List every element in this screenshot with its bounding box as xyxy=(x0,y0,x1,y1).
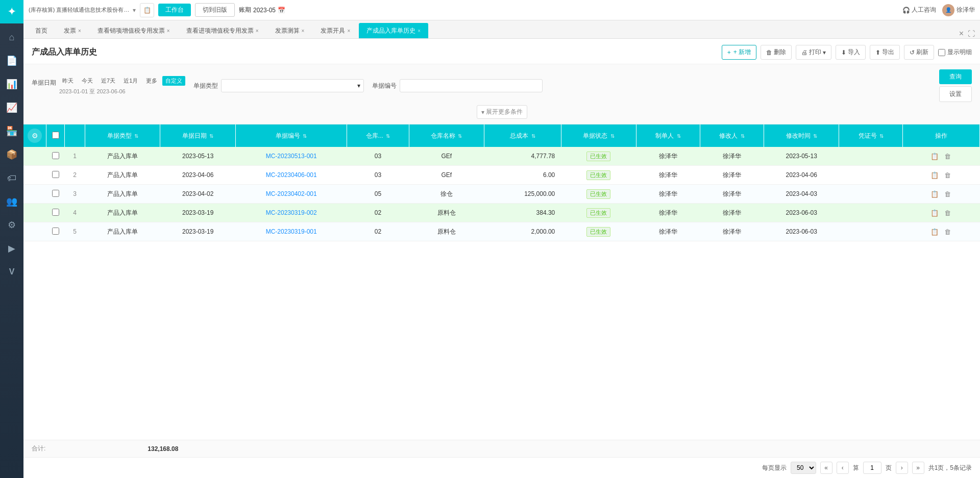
delete-button[interactable]: 🗑 删除 xyxy=(761,45,792,60)
close-all-icon[interactable]: × xyxy=(959,29,964,38)
col-number[interactable]: 单据编号 ⇅ xyxy=(235,124,347,147)
type-filter-select[interactable]: ▾ xyxy=(221,79,364,92)
table-settings-icon[interactable]: ⚙ xyxy=(28,129,42,143)
row-checkbox[interactable] xyxy=(46,185,65,204)
tab-sales-close[interactable]: × xyxy=(167,28,170,34)
tab-invoice-open[interactable]: 发票开具 × xyxy=(313,23,358,38)
tab-home[interactable]: 首页 xyxy=(28,23,55,38)
number-filter-input[interactable] xyxy=(400,79,543,92)
row-view-btn[interactable]: 📋 xyxy=(929,188,940,199)
doc-copy-btn[interactable]: 📋 xyxy=(140,3,154,17)
row-checkbox[interactable] xyxy=(46,222,65,241)
col-date[interactable]: 单据日期 ⇅ xyxy=(160,124,235,147)
show-details-toggle[interactable]: 显示明细 xyxy=(938,48,972,57)
sidebar-item-settings[interactable]: ⚙ xyxy=(0,213,23,237)
new-button[interactable]: + + 新增 xyxy=(722,45,756,60)
row-delete-btn[interactable]: 🗑 xyxy=(942,207,953,218)
sidebar-item-inventory[interactable]: 🏪 xyxy=(0,119,23,143)
show-details-checkbox[interactable] xyxy=(938,49,945,56)
prev-page-btn[interactable]: ‹ xyxy=(837,462,849,474)
col-warehouse-name[interactable]: 仓库名称 ⇅ xyxy=(409,124,484,147)
support-btn[interactable]: 🎧 人工咨询 xyxy=(902,6,936,14)
period-calendar-icon[interactable]: 📅 xyxy=(278,7,285,14)
table-footer: 合计: 132,168.08 xyxy=(23,440,980,457)
row-number[interactable]: MC-20230513-001 xyxy=(235,147,347,166)
last-page-btn[interactable]: » xyxy=(912,462,924,474)
sidebar-item-doc[interactable]: 📄 xyxy=(0,49,23,72)
refresh-button[interactable]: ↺ 刷新 xyxy=(904,45,934,60)
tab-purchase-label: 查看进项增值税专用发票 xyxy=(186,27,254,35)
query-button[interactable]: 查询 xyxy=(939,69,972,84)
row-view-btn[interactable]: 📋 xyxy=(929,226,940,237)
row-voucher xyxy=(839,185,903,204)
page-number-input[interactable] xyxy=(863,462,881,474)
tab-invoice[interactable]: 发票 × xyxy=(56,23,89,38)
row-view-btn[interactable]: 📋 xyxy=(929,207,940,218)
next-page-btn[interactable]: › xyxy=(896,462,908,474)
tab-product-inbound[interactable]: 产成品入库单历史 × xyxy=(359,23,428,38)
date-btn-1month[interactable]: 近1月 xyxy=(120,76,141,86)
import-button[interactable]: ⬇ 导入 xyxy=(836,45,866,60)
date-btn-7days[interactable]: 近7天 xyxy=(98,76,118,86)
user-menu[interactable]: 👤 徐泽华 xyxy=(942,4,975,16)
pagination: 每页显示 50 20 100 « ‹ 算 页 › » 共1页，5条记录 xyxy=(23,457,980,478)
col-modify-time[interactable]: 修改时间 ⇅ xyxy=(764,124,839,147)
row-delete-btn[interactable]: 🗑 xyxy=(942,226,953,237)
export-button[interactable]: ⬆ 导出 xyxy=(870,45,900,60)
col-checkbox[interactable] xyxy=(46,124,65,147)
col-voucher[interactable]: 凭证号 ⇅ xyxy=(839,124,903,147)
row-number[interactable]: MC-20230402-001 xyxy=(235,185,347,204)
app-logo[interactable]: ✦ xyxy=(0,0,23,23)
tab-view-purchase-tax[interactable]: 查看进项增值税专用发票 × xyxy=(179,23,266,38)
tab-invoice-close[interactable]: × xyxy=(78,28,81,34)
row-number[interactable]: MC-20230406-001 xyxy=(235,166,347,185)
switch-btn[interactable]: 切到旧版 xyxy=(195,3,235,17)
col-settings[interactable]: ⚙ xyxy=(23,124,46,147)
tab-view-sales-tax[interactable]: 查看销项增值税专用发票 × xyxy=(90,23,178,38)
col-total-cost[interactable]: 总成本 ⇅ xyxy=(484,124,561,147)
workbench-btn[interactable]: 工作台 xyxy=(158,4,191,16)
tab-purchase-close[interactable]: × xyxy=(256,28,259,34)
date-btn-today[interactable]: 今天 xyxy=(79,76,96,86)
col-warehouse-code[interactable]: 仓库... ⇅ xyxy=(347,124,409,147)
print-button[interactable]: 🖨 打印 ▾ xyxy=(796,45,831,60)
main-container: (库存核算) 直播轻绒通信息技术股份有限... ▾ 📋 工作台 切到旧版 账期 … xyxy=(23,0,980,478)
sidebar-item-box[interactable]: 📦 xyxy=(0,143,23,166)
sidebar-item-tag[interactable]: 🏷 xyxy=(0,166,23,190)
col-status[interactable]: 单据状态 ⇅ xyxy=(561,124,636,147)
row-view-btn[interactable]: 📋 xyxy=(929,150,940,162)
date-btn-custom[interactable]: 自定义 xyxy=(162,76,185,86)
row-delete-btn[interactable]: 🗑 xyxy=(942,169,953,181)
date-btn-yesterday[interactable]: 昨天 xyxy=(59,76,77,86)
row-view-btn[interactable]: 📋 xyxy=(929,169,940,181)
tab-open-close[interactable]: × xyxy=(347,28,350,34)
per-page-select[interactable]: 50 20 100 xyxy=(791,462,816,474)
row-delete-btn[interactable]: 🗑 xyxy=(942,150,953,162)
row-checkbox[interactable] xyxy=(46,147,65,166)
company-selector[interactable]: (库存核算) 直播轻绒通信息技术股份有限... ▾ xyxy=(29,6,136,14)
expand-conditions-btn[interactable]: ▾ 展开更多条件 xyxy=(477,105,527,119)
col-type[interactable]: 单据类型 ⇅ xyxy=(85,124,160,147)
sidebar-item-v[interactable]: V xyxy=(0,260,23,284)
row-checkbox[interactable] xyxy=(46,204,65,222)
expand-window-icon[interactable]: ⛶ xyxy=(968,30,975,38)
tab-calc-close[interactable]: × xyxy=(302,28,305,34)
row-number[interactable]: MC-20230319-001 xyxy=(235,222,347,241)
date-btn-more[interactable]: 更多 xyxy=(143,76,160,86)
sidebar-item-analytics[interactable]: 📈 xyxy=(0,96,23,119)
sidebar-item-home[interactable]: ⌂ xyxy=(0,26,23,49)
row-delete-btn[interactable]: 🗑 xyxy=(942,188,953,199)
sidebar-item-video[interactable]: ▶ xyxy=(0,237,23,260)
settings-icon: ⚙ xyxy=(8,219,16,231)
tab-invoice-calc[interactable]: 发票测算 × xyxy=(267,23,312,38)
setting-button[interactable]: 设置 xyxy=(939,86,972,102)
tab-inbound-close[interactable]: × xyxy=(418,28,421,34)
select-all-checkbox[interactable] xyxy=(52,132,59,139)
row-checkbox[interactable] xyxy=(46,166,65,185)
sidebar-item-chart[interactable]: 📊 xyxy=(0,72,23,96)
col-creator[interactable]: 制单人 ⇅ xyxy=(636,124,700,147)
col-modifier[interactable]: 修改人 ⇅ xyxy=(700,124,764,147)
first-page-btn[interactable]: « xyxy=(820,462,832,474)
row-number[interactable]: MC-20230319-002 xyxy=(235,204,347,222)
sidebar-item-people[interactable]: 👥 xyxy=(0,190,23,213)
